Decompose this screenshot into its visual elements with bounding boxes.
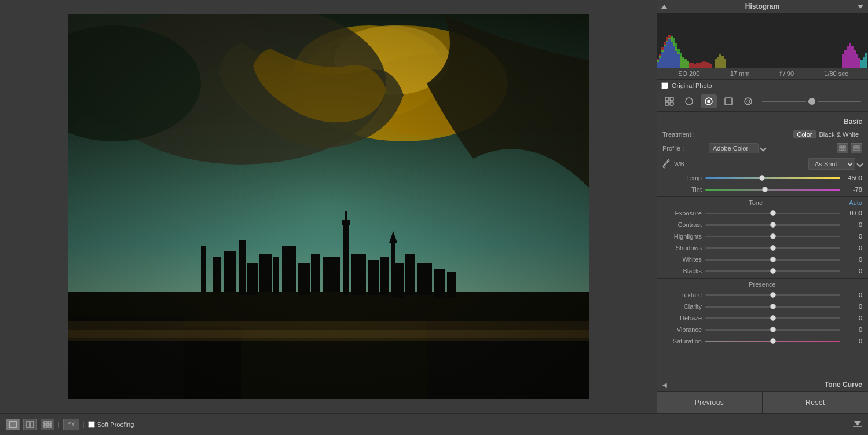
texture-label: Texture (662, 291, 702, 298)
blacks-thumb[interactable] (770, 268, 776, 274)
vibrance-thumb[interactable] (770, 327, 776, 332)
exposure-track (705, 213, 840, 214)
saturation-thumb[interactable] (770, 338, 776, 344)
svg-rect-112 (725, 98, 732, 105)
highlights-label: Highlights (662, 233, 702, 240)
soft-proofing-label: Soft Proofing (97, 421, 134, 428)
temp-slider-container[interactable] (705, 174, 840, 182)
tint-slider-container[interactable] (705, 185, 840, 193)
svg-marker-130 (854, 421, 861, 426)
svg-rect-92 (849, 43, 851, 68)
svg-rect-94 (854, 50, 856, 68)
previous-button[interactable]: Previous (657, 392, 763, 413)
dehaze-thumb[interactable] (770, 315, 776, 321)
vibrance-track (705, 329, 840, 331)
profile-select[interactable]: Adobe Color (709, 143, 759, 153)
shadows-slider-container[interactable] (705, 244, 840, 252)
clarity-label: Clarity (662, 303, 702, 310)
exposure-label: Exposure (662, 210, 702, 217)
histogram-collapse-icon[interactable] (661, 5, 667, 9)
tool-slider-thumb[interactable] (808, 98, 815, 105)
svg-rect-95 (856, 54, 858, 68)
profile-view-btn-2[interactable] (851, 143, 862, 153)
vibrance-value: 0 (844, 326, 862, 333)
shadows-thumb[interactable] (770, 245, 776, 251)
split-view-btn[interactable] (23, 419, 37, 430)
svg-rect-83 (666, 42, 668, 68)
svg-rect-118 (843, 149, 845, 151)
clarity-value: 0 (844, 303, 862, 310)
highlights-value: 0 (844, 233, 862, 240)
profile-view-btn-1[interactable] (837, 143, 848, 153)
crop-tool-icon[interactable] (681, 94, 697, 108)
whites-label: Whites (662, 256, 702, 263)
color-treatment-btn[interactable]: Color (793, 130, 815, 138)
clarity-slider-container[interactable] (705, 302, 840, 310)
exposure-thumb[interactable] (770, 210, 776, 216)
svg-rect-86 (673, 46, 675, 68)
clarity-thumb[interactable] (770, 304, 776, 309)
histogram-canvas (657, 13, 868, 68)
profile-label: Profile : (662, 145, 709, 152)
tool-slider-area (760, 98, 863, 105)
blacks-slider-row: Blacks 0 (657, 265, 868, 277)
whites-thumb[interactable] (770, 257, 776, 262)
grid-tool-icon[interactable] (661, 94, 677, 108)
profile-icons (837, 143, 862, 153)
contrast-slider-row: Contrast 0 (657, 219, 868, 231)
whites-slider-row: Whites 0 (657, 254, 868, 265)
heal-tool-icon[interactable] (701, 94, 717, 108)
svg-rect-106 (670, 97, 673, 101)
profile-chevron-icon (760, 145, 766, 151)
svg-rect-98 (863, 57, 865, 68)
dehaze-label: Dehaze (662, 315, 702, 321)
texture-track (705, 294, 840, 296)
highlights-track (705, 236, 840, 237)
highlights-slider-container[interactable] (705, 232, 840, 240)
temp-thumb[interactable] (759, 175, 765, 181)
tool-slider-track-right (818, 101, 862, 102)
texture-thumb[interactable] (770, 292, 776, 298)
tone-auto-btn[interactable]: Auto (849, 199, 862, 206)
saturation-label: Saturation (662, 338, 702, 345)
original-photo-checkbox[interactable] (661, 82, 668, 89)
contrast-thumb[interactable] (770, 222, 776, 228)
svg-point-114 (746, 100, 750, 103)
reset-button[interactable]: Reset (763, 392, 868, 413)
saturation-slider-container[interactable] (705, 337, 840, 345)
wb-label: WB : (674, 160, 688, 167)
svg-point-111 (708, 100, 710, 103)
svg-rect-87 (675, 51, 677, 68)
texture-value: 0 (844, 291, 862, 298)
svg-rect-60 (701, 62, 703, 68)
grid-view-btn[interactable] (41, 419, 54, 430)
wb-select[interactable]: As Shot (808, 158, 855, 170)
exposure-slider-container[interactable] (705, 209, 840, 217)
tint-thumb[interactable] (762, 187, 768, 192)
tone-curve-collapse-icon[interactable]: ◀ (662, 382, 667, 388)
rect-tool-icon[interactable] (720, 94, 737, 108)
soft-proofing-checkbox[interactable] (88, 421, 95, 428)
svg-rect-124 (27, 422, 30, 427)
histogram-expand-icon[interactable] (858, 5, 863, 9)
svg-rect-88 (677, 54, 680, 68)
vibrance-slider-container[interactable] (705, 326, 840, 334)
contrast-slider-container[interactable] (705, 221, 840, 229)
svg-rect-103 (721, 56, 724, 68)
svg-rect-56 (691, 63, 694, 68)
bottom-dropdown-icon[interactable] (853, 420, 862, 429)
blacks-slider-container[interactable] (705, 267, 840, 275)
eyedropper-icon[interactable] (662, 158, 671, 170)
dehaze-slider-container[interactable] (705, 314, 840, 322)
svg-rect-120 (854, 149, 859, 151)
another-view-btn[interactable]: YY (63, 419, 79, 430)
single-view-btn[interactable] (6, 419, 20, 430)
whites-slider-container[interactable] (705, 255, 840, 264)
svg-rect-64 (710, 64, 712, 68)
texture-slider-container[interactable] (705, 291, 840, 299)
highlights-thumb[interactable] (770, 233, 776, 239)
radial-tool-icon[interactable] (740, 94, 756, 108)
presence-label: Presence (662, 281, 862, 288)
svg-rect-125 (31, 422, 34, 427)
bw-treatment-btn[interactable]: Black & White (816, 130, 862, 138)
